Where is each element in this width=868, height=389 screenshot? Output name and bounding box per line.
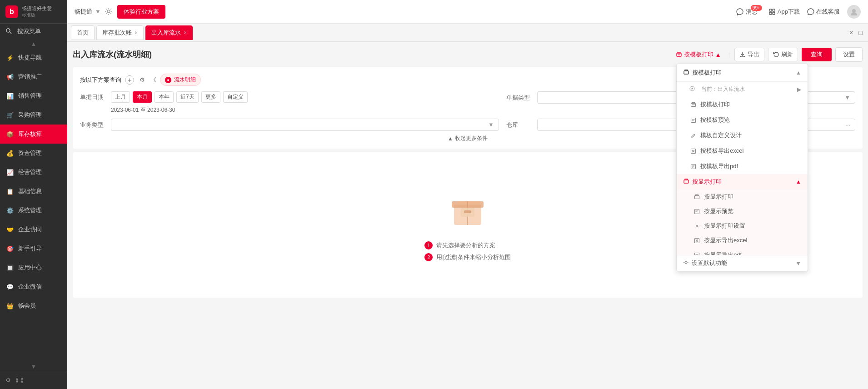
svg-line-1: [10, 32, 12, 34]
tab-flow[interactable]: 出入库流水 ×: [145, 25, 193, 40]
tab-maximize-btn[interactable]: □: [857, 28, 864, 37]
tab-close-all-btn[interactable]: ×: [848, 28, 855, 37]
tab-home[interactable]: 首页: [71, 25, 95, 40]
display-print-section: 按显示打印 ▲ 按显示打印: [677, 174, 808, 255]
settings-default-icon: [683, 259, 689, 267]
svg-point-2: [107, 10, 110, 13]
tab-batch-ledger-close[interactable]: ×: [135, 30, 138, 36]
dropdown-template-design[interactable]: 模板自定义设计: [677, 128, 808, 143]
business-type-field: 业务类型 ▼: [80, 119, 499, 131]
current-arrow: ▶: [797, 86, 801, 93]
date-btn-this-year[interactable]: 本年: [155, 91, 174, 103]
dropdown-template-pdf[interactable]: 按模板导出pdf: [677, 159, 808, 174]
header-left: 畅捷通 ▼ 体验行业方案: [75, 5, 730, 19]
marketing-icon: 📢: [5, 72, 15, 81]
sidebar-item-base-info[interactable]: 📋 基础信息: [0, 182, 67, 201]
template-design-icon: [689, 132, 697, 139]
export-btn[interactable]: 导出: [734, 48, 764, 61]
svg-rect-10: [684, 71, 688, 74]
step-2-text: 用[过滤]条件来缩小分析范围: [436, 253, 510, 261]
quick-nav-label: 快捷导航: [18, 54, 42, 62]
dropdown-header[interactable]: 按模板打印 ▲: [677, 64, 808, 82]
step-1-text: 请先选择要分析的方案: [436, 241, 495, 249]
svg-rect-22: [694, 253, 699, 255]
display-section-header[interactable]: 按显示打印 ▲: [677, 174, 808, 190]
settings-gear-btn[interactable]: [105, 7, 114, 16]
user-avatar[interactable]: [847, 5, 861, 19]
display-print-section-icon: [683, 178, 689, 186]
settings-btn[interactable]: 设置: [835, 47, 863, 62]
online-service-btn[interactable]: 在线客服: [807, 8, 840, 16]
inventory-icon: 📦: [5, 130, 15, 139]
business-type-select[interactable]: ▼: [111, 119, 499, 131]
sidebar-item-app-center[interactable]: 🔲 应用中心: [0, 258, 67, 277]
membership-label: 畅会员: [18, 302, 36, 310]
main-area: 畅捷通 ▼ 体验行业方案 消息 99+ App下载 在线客服: [67, 0, 868, 389]
date-btn-this-month[interactable]: 本月: [133, 91, 152, 103]
sidebar-collapse-btn[interactable]: ⟪ ⟫: [15, 377, 24, 384]
search-menu-item[interactable]: 搜索菜单: [0, 24, 67, 39]
user-dropdown-icon[interactable]: ▼: [95, 8, 101, 15]
sidebar-item-enterprise[interactable]: 🤝 企业协同: [0, 220, 67, 239]
dropdown-footer[interactable]: 设置默认功能 ▼: [677, 255, 808, 271]
sidebar-item-quick-nav[interactable]: ⚡ 快捷导航: [0, 48, 67, 67]
footer-arrow: ▼: [795, 260, 801, 267]
warehouse-more-icon[interactable]: ···: [845, 121, 850, 128]
app-download-label: App下载: [778, 8, 800, 16]
sidebar-scroll-down[interactable]: ▼: [0, 362, 67, 371]
print-icon: [683, 69, 689, 77]
display-excel-item[interactable]: 按显示导出excel: [677, 233, 808, 248]
finance-icon: 💰: [5, 149, 15, 158]
template-print-dropdown: 按模板打印 ▲ 当前：出入库流水 ▶: [676, 64, 808, 271]
date-btn-last-month[interactable]: 上月: [111, 91, 130, 103]
logo-text: 畅捷通好生意 标准版: [22, 5, 52, 18]
message-btn[interactable]: 消息 99+: [736, 8, 758, 16]
search-add-btn[interactable]: +: [125, 75, 134, 85]
page-header: 出入库流水(流水明细) 按模板打印 ▲ | 导出 刷新 查询 设置: [73, 47, 863, 62]
date-btn-custom[interactable]: 自定义: [223, 91, 248, 103]
system-icon: ⚙️: [5, 206, 15, 215]
base-info-icon: 📋: [5, 187, 15, 196]
tab-batch-ledger[interactable]: 库存批次账 ×: [96, 25, 144, 40]
sidebar-item-inventory[interactable]: 📦 库存核算: [0, 125, 67, 144]
dropdown-template-preview[interactable]: 按模板预览: [677, 112, 808, 128]
sidebar-item-marketing[interactable]: 📢 营销推广: [0, 67, 67, 86]
dropdown-current[interactable]: 当前：出入库流水 ▶: [677, 82, 808, 97]
refresh-btn[interactable]: 刷新: [768, 48, 798, 61]
user-info[interactable]: 畅捷通 ▼: [75, 8, 101, 16]
sidebar-item-wechat[interactable]: 💬 企业微信: [0, 277, 67, 296]
date-btn-more[interactable]: 更多: [201, 91, 220, 103]
template-print-btn[interactable]: 按模板打印 ▲: [671, 48, 726, 61]
display-preview-item[interactable]: 按显示预览: [677, 204, 808, 219]
display-print-item[interactable]: 按显示打印: [677, 190, 808, 204]
display-print-settings-item[interactable]: 按显示打印设置: [677, 219, 808, 233]
svg-point-20: [696, 225, 698, 227]
sidebar-item-sales[interactable]: 📊 销售管理: [0, 86, 67, 105]
app-download-btn[interactable]: App下载: [768, 8, 800, 16]
filter-tag-0[interactable]: ● 流水明细: [160, 74, 201, 86]
display-pdf-item[interactable]: 按显示导出pdf: [677, 248, 808, 255]
query-btn[interactable]: 查询: [802, 48, 832, 61]
sidebar-settings-btn[interactable]: ⚙: [5, 377, 11, 384]
sidebar-item-system[interactable]: ⚙️ 系统管理: [0, 201, 67, 220]
warehouse-label: 仓库: [506, 121, 534, 129]
sidebar-item-membership[interactable]: 👑 畅会员: [0, 296, 67, 315]
guide-icon: 🎯: [5, 244, 15, 253]
search-settings-btn[interactable]: ⚙: [138, 75, 147, 85]
sidebar-item-operations[interactable]: 📈 经营管理: [0, 163, 67, 182]
date-btn-7days[interactable]: 近7天: [176, 91, 199, 103]
dropdown-template-excel[interactable]: 按模板导出excel: [677, 143, 808, 159]
search-collapse-arrows[interactable]: 《: [150, 76, 156, 84]
filter-tag-icon: ●: [165, 77, 171, 83]
finance-label: 资金管理: [18, 149, 42, 157]
search-icon: [5, 28, 15, 35]
sidebar-scroll-up[interactable]: ▲: [0, 39, 67, 48]
sidebar-item-purchase[interactable]: 🛒 采购管理: [0, 105, 67, 125]
trial-industry-btn[interactable]: 体验行业方案: [117, 5, 165, 19]
sidebar-item-finance[interactable]: 💰 资金管理: [0, 144, 67, 163]
sidebar-item-guide[interactable]: 🎯 新手引导: [0, 239, 67, 258]
svg-rect-3: [769, 9, 772, 11]
dropdown-template-print[interactable]: 按模板打印: [677, 97, 808, 112]
sales-label: 销售管理: [18, 92, 42, 100]
tab-flow-close[interactable]: ×: [184, 30, 187, 36]
